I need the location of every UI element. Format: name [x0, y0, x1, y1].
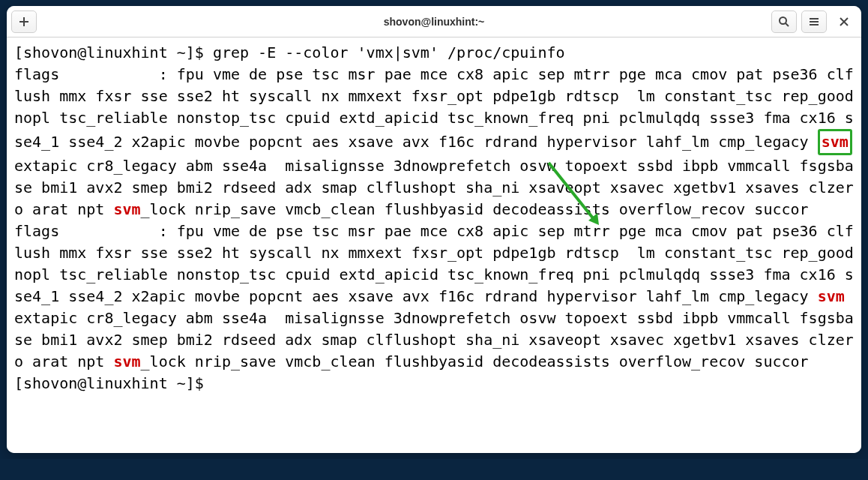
close-icon — [838, 16, 850, 28]
search-button[interactable] — [771, 10, 797, 33]
output-line: _lock nrip_save vmcb_clean flushbyasid d… — [141, 200, 809, 218]
match-highlight: svm — [818, 287, 845, 305]
prompt: [shovon@linuxhint ~]$ — [14, 374, 213, 392]
output-line: flags : fpu vme de pse tsc msr pae mce c… — [14, 65, 861, 151]
terminal-content[interactable]: [shovon@linuxhint ~]$ grep -E --color 'v… — [7, 38, 861, 453]
match-highlight-boxed: svm — [818, 129, 852, 155]
titlebar: shovon@linuxhint:~ — [7, 6, 861, 38]
svg-line-1 — [786, 23, 789, 26]
svg-point-0 — [780, 17, 786, 24]
output-line: flags : fpu vme de pse tsc msr pae mce c… — [14, 222, 861, 305]
terminal-window: shovon@linuxhint:~ [shovon@linuxhint ~]$… — [7, 6, 861, 453]
new-tab-button[interactable] — [11, 10, 37, 33]
command-text: grep -E --color 'vmx|svm' /proc/cpuinfo — [213, 44, 565, 62]
plus-icon — [18, 16, 30, 28]
match-highlight: svm — [113, 200, 140, 218]
close-button[interactable] — [831, 10, 857, 33]
match-highlight: svm — [113, 352, 140, 370]
search-icon — [778, 16, 790, 28]
prompt: [shovon@linuxhint ~]$ — [14, 44, 213, 62]
output-line: _lock nrip_save vmcb_clean flushbyasid d… — [141, 352, 809, 370]
window-title: shovon@linuxhint:~ — [384, 16, 485, 28]
hamburger-icon — [808, 16, 820, 28]
menu-button[interactable] — [801, 10, 827, 33]
